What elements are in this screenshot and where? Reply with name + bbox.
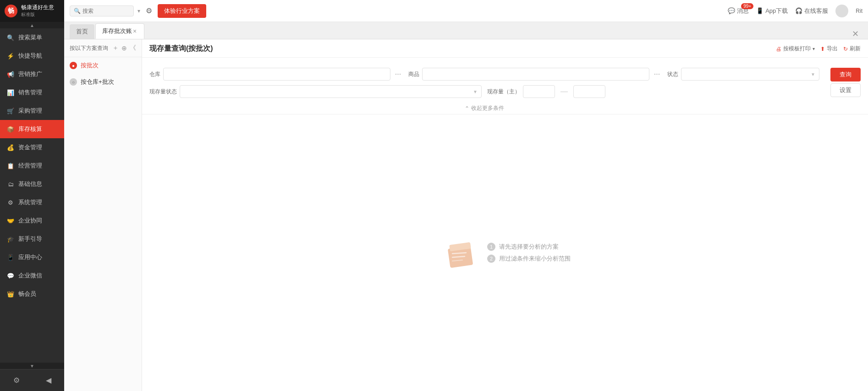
sidebar-item-operations[interactable]: 📋 经营管理 xyxy=(0,157,64,175)
app-subtitle: 标准版 xyxy=(21,11,54,18)
print-btn[interactable]: 🖨 按模板打印 ▾ xyxy=(776,45,815,53)
sidebar-item-basic[interactable]: 🗂 基础信息 xyxy=(0,175,64,193)
sidebar-collapse-btn[interactable]: ◀ xyxy=(43,373,54,387)
app-download-btn[interactable]: 📱 App下载 xyxy=(756,7,788,15)
tab-inventory-batch[interactable]: 库存批次账 × xyxy=(95,23,144,39)
scroll-up-btn[interactable]: ▲ xyxy=(0,22,64,28)
query-btn[interactable]: 查询 xyxy=(830,68,861,81)
topbar-search-input[interactable] xyxy=(82,8,128,14)
left-panel-icons: ＋ ⊕ 《 xyxy=(112,44,136,52)
scheme-batch[interactable]: ● 按批次 xyxy=(64,57,142,74)
tab-bar-right: ✕ xyxy=(850,29,863,39)
query-actions: 🖨 按模板打印 ▾ ⬆ 导出 ↻ 刷新 xyxy=(776,45,861,53)
product-dots[interactable]: ··· xyxy=(652,70,662,78)
warehouse-dots[interactable]: ··· xyxy=(393,70,403,78)
refresh-btn[interactable]: ↻ 刷新 xyxy=(843,45,861,53)
status-select[interactable]: ▼ xyxy=(681,68,819,81)
sidebar-item-system[interactable]: ⚙ 系统管理 xyxy=(0,193,64,212)
left-panel: 按以下方案查询 ＋ ⊕ 《 ● 按批次 ○ 按仓库+批次 xyxy=(64,39,142,391)
sidebar-item-member[interactable]: 👑 畅会员 xyxy=(0,285,64,303)
tab-close-btn[interactable]: × xyxy=(132,27,137,35)
marketing-icon: 📢 xyxy=(6,70,15,78)
sidebar-item-inventory[interactable]: 📦 库存核算 xyxy=(0,120,64,138)
sidebar-item-purchase[interactable]: 🛒 采购管理 xyxy=(0,102,64,120)
product-filter: 商品 ··· xyxy=(408,68,662,81)
query-btn-group: 查询 设置 xyxy=(827,62,868,97)
basic-icon: 🗂 xyxy=(6,180,15,188)
message-icon: 💬 xyxy=(728,7,735,14)
sidebar-item-search[interactable]: 🔍 搜索菜单 xyxy=(0,28,64,47)
member-icon: 👑 xyxy=(6,290,15,298)
sidebar-item-wxenterprise[interactable]: 💬 企业微信 xyxy=(0,266,64,285)
right-panel: 现存量查询(按批次) 🖨 按模板打印 ▾ ⬆ 导出 ↻ 刷新 xyxy=(142,39,868,391)
topbar-gear-icon[interactable]: ⚙ xyxy=(144,5,154,17)
sidebar-item-enterprise[interactable]: 🤝 企业协同 xyxy=(0,212,64,230)
message-btn[interactable]: 💬 消息 99+ xyxy=(728,7,749,15)
enterprise-icon: 🤝 xyxy=(6,217,15,225)
search-icon: 🔍 xyxy=(6,33,15,42)
sidebar-nav: 🔍 搜索菜单 ⚡ 快捷导航 📢 营销推广 📊 销售管理 🛒 采购管理 📦 库存核… xyxy=(0,28,64,363)
warehouse-batch-dot: ○ xyxy=(70,78,77,86)
empty-illustration xyxy=(439,234,476,271)
inventory-amount-to[interactable] xyxy=(573,85,605,98)
sidebar-item-finance[interactable]: 💰 资金管理 xyxy=(0,138,64,157)
warehouse-input[interactable] xyxy=(163,68,390,81)
product-input[interactable] xyxy=(422,68,649,81)
trial-btn[interactable]: 体验行业方案 xyxy=(158,4,206,18)
setting-btn[interactable]: 设置 xyxy=(830,83,861,97)
quicknav-icon: ⚡ xyxy=(6,52,15,60)
sidebar-footer: ⚙ ◀ xyxy=(0,369,64,391)
sidebar-title-block: 畅康通好生意 标准版 xyxy=(21,4,54,18)
tip-1-text: 请先选择要分析的方案 xyxy=(499,243,559,251)
topbar-chevron-icon[interactable]: ▾ xyxy=(137,8,140,14)
topbar-search-icon: 🔍 xyxy=(74,8,81,14)
inventory-amount-filter: 现存量（主） — xyxy=(487,85,819,98)
sidebar-settings-btn[interactable]: ⚙ xyxy=(11,373,22,387)
scheme-warehouse-batch[interactable]: ○ 按仓库+批次 xyxy=(64,74,142,90)
sidebar-item-newguide[interactable]: 🎓 新手引导 xyxy=(0,230,64,248)
empty-tip-1: 1 请先选择要分析的方案 xyxy=(487,243,571,251)
inventory-status-select[interactable]: ▼ xyxy=(180,85,482,98)
tabbar: 首页 库存批次账 × ✕ xyxy=(64,22,868,39)
sales-icon: 📊 xyxy=(6,88,15,97)
system-icon: ⚙ xyxy=(6,198,15,206)
topbar-search-box[interactable]: 🔍 xyxy=(70,5,134,16)
username-label[interactable]: Rit xyxy=(856,8,863,14)
sidebar-header: 畅 畅康通好生意 标准版 xyxy=(0,0,64,22)
add-scheme-icon[interactable]: ＋ xyxy=(112,44,119,52)
export-icon: ⬆ xyxy=(820,46,825,52)
inventory-amount-from[interactable] xyxy=(523,85,555,98)
collapse-left-icon[interactable]: 《 xyxy=(130,44,136,52)
sidebar-item-sales[interactable]: 📊 销售管理 xyxy=(0,83,64,102)
sidebar-item-appcenter[interactable]: 📱 应用中心 xyxy=(0,248,64,266)
wxenterprise-icon: 💬 xyxy=(6,272,15,280)
sidebar-item-marketing[interactable]: 📢 营销推广 xyxy=(0,65,64,83)
finance-icon: 💰 xyxy=(6,143,15,152)
refresh-icon: ↻ xyxy=(843,46,848,52)
empty-state: 1 请先选择要分析的方案 2 用过滤条件来缩小分析范围 xyxy=(142,114,868,391)
appcenter-icon: 📱 xyxy=(6,253,15,261)
newguide-icon: 🎓 xyxy=(6,235,15,243)
scheme-settings-icon[interactable]: ⊕ xyxy=(121,44,127,52)
message-badge: 99+ xyxy=(741,3,753,9)
empty-tip-2: 2 用过滤条件来缩小分析范围 xyxy=(487,255,571,263)
phone-icon: 📱 xyxy=(756,7,764,14)
warehouse-filter: 仓库 ··· xyxy=(149,68,403,81)
page-title: 现存量查询(按批次) xyxy=(149,44,213,54)
user-avatar[interactable] xyxy=(835,5,848,17)
query-header: 现存量查询(按批次) 🖨 按模板打印 ▾ ⬆ 导出 ↻ 刷新 xyxy=(142,39,868,58)
close-panel-btn[interactable]: ✕ xyxy=(850,29,861,39)
inventory-icon: 📦 xyxy=(6,125,15,133)
topbar-right: 💬 消息 99+ 📱 App下载 🎧 在线客服 Rit xyxy=(728,5,863,17)
export-btn[interactable]: ⬆ 导出 xyxy=(820,45,838,53)
page-content: 按以下方案查询 ＋ ⊕ 《 ● 按批次 ○ 按仓库+批次 现存量查询(按批次) xyxy=(64,39,868,391)
app-title: 畅康通好生意 xyxy=(21,4,54,11)
tip-1-num: 1 xyxy=(487,243,495,251)
tab-home[interactable]: 首页 xyxy=(70,24,94,39)
collapse-more-btn[interactable]: ⌃ 收起更多条件 xyxy=(149,103,819,114)
customer-service-btn[interactable]: 🎧 在线客服 xyxy=(795,7,828,15)
left-panel-header: 按以下方案查询 ＋ ⊕ 《 xyxy=(64,39,142,57)
sidebar-item-quicknav[interactable]: ⚡ 快捷导航 xyxy=(0,47,64,65)
scroll-down-btn[interactable]: ▼ xyxy=(0,363,64,369)
sidebar-logo: 畅 xyxy=(5,5,17,17)
